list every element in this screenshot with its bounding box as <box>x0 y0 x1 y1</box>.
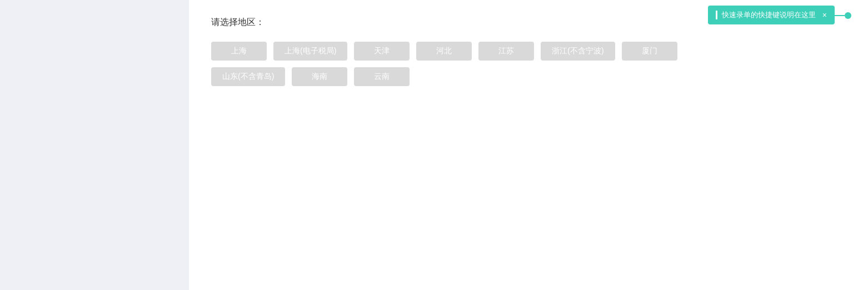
region-button[interactable]: 江苏 <box>478 42 534 61</box>
tooltip-close-button[interactable]: × <box>822 11 827 19</box>
bar-icon <box>716 11 717 19</box>
region-button[interactable]: 天津 <box>354 42 410 61</box>
region-button[interactable]: 厦门 <box>622 42 677 61</box>
tooltip-text: 快速录单的快捷键说明在这里 <box>722 10 816 20</box>
region-button[interactable]: 海南 <box>292 67 347 86</box>
tooltip-bar: 快速录单的快捷键说明在这里 × <box>708 6 835 24</box>
tooltip-line <box>835 15 845 16</box>
region-button[interactable]: 上海(电子税局) <box>273 42 347 61</box>
region-row-1: 上海上海(电子税局)天津河北江苏浙江(不含宁波)厦门 <box>211 42 846 61</box>
region-button[interactable]: 山东(不含青岛) <box>211 67 285 86</box>
region-button[interactable]: 云南 <box>354 67 410 86</box>
region-row-2: 山东(不含青岛)海南云南 <box>211 67 846 86</box>
region-button[interactable]: 上海 <box>211 42 267 61</box>
tooltip-dot <box>845 12 851 19</box>
region-button[interactable]: 河北 <box>416 42 472 61</box>
region-button[interactable]: 浙江(不含宁波) <box>541 42 615 61</box>
main-content: 请选择地区： 上海上海(电子税局)天津河北江苏浙江(不含宁波)厦门 山东(不含青… <box>189 0 868 290</box>
left-sidebar <box>0 0 189 290</box>
